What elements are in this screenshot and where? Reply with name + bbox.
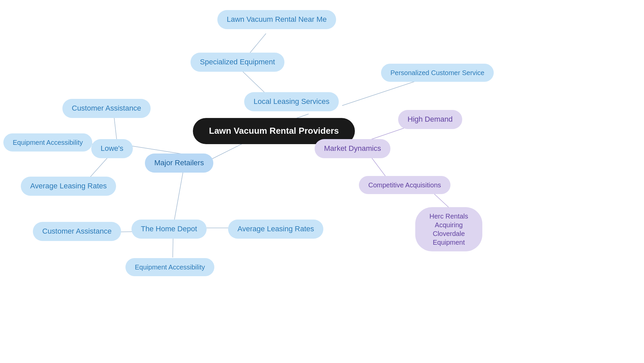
customer-assistance-depot-node: Customer Assistance xyxy=(33,222,121,241)
equipment-accessibility-lowes-node: Equipment Accessibility xyxy=(3,133,92,152)
equipment-accessibility-depot-node: Equipment Accessibility xyxy=(125,258,214,276)
personalized-customer-service-node: Personalized Customer Service xyxy=(381,64,494,82)
customer-assistance-lowes-node: Customer Assistance xyxy=(62,99,151,118)
major-retailers-node: Major Retailers xyxy=(145,154,213,173)
market-dynamics-node: Market Dynamics xyxy=(315,139,390,158)
competitive-acquisitions-node: Competitive Acquisitions xyxy=(359,176,450,194)
high-demand-node: High Demand xyxy=(398,110,462,129)
lowes-node: Lowe's xyxy=(91,139,133,158)
local-leasing-services-node: Local Leasing Services xyxy=(244,92,339,111)
average-leasing-rates-lowes-node: Average Leasing Rates xyxy=(21,177,116,196)
svg-line-6 xyxy=(114,117,117,140)
average-leasing-rates-depot-node: Average Leasing Rates xyxy=(228,220,323,239)
svg-line-5 xyxy=(131,146,184,154)
specialized-equipment-node: Specialized Equipment xyxy=(191,53,284,72)
the-home-depot-node: The Home Depot xyxy=(131,220,207,239)
svg-line-3 xyxy=(342,81,416,106)
svg-line-9 xyxy=(174,168,184,220)
herc-rentals-node: Herc Rentals Acquiring Cloverdale Equipm… xyxy=(415,207,482,251)
lawn-vacuum-rental-near-me-node: Lawn Vacuum Rental Near Me xyxy=(217,10,336,29)
svg-line-11 xyxy=(173,238,173,257)
